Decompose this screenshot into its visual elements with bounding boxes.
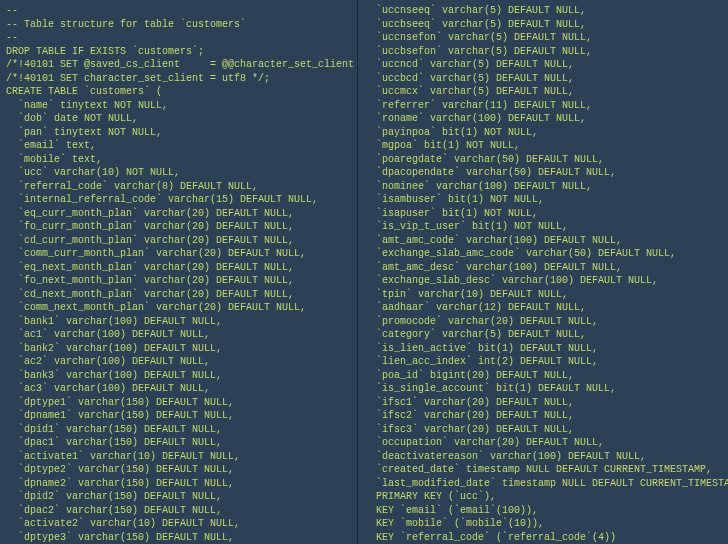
code-line: `fo_next_month_plan` varchar(20) DEFAULT… [6,274,351,288]
code-line: `exchange_slab_desc` varchar(100) DEFAUL… [364,274,722,288]
code-line: `uccncd` varchar(5) DEFAULT NULL, [364,58,722,72]
code-line: `dob` date NOT NULL, [6,112,351,126]
code-line: `dpname2` varchar(150) DEFAULT NULL, [6,477,351,491]
code-line: `is_single_account` bit(1) DEFAULT NULL, [364,382,722,396]
code-line: `email` text, [6,139,351,153]
code-line: `poa_id` bigint(20) DEFAULT NULL, [364,369,722,383]
code-line: `occupation` varchar(20) DEFAULT NULL, [364,436,722,450]
code-column-right[interactable]: `uccnseeq` varchar(5) DEFAULT NULL, `ucc… [358,0,728,544]
code-line: `dpac2` varchar(150) DEFAULT NULL, [6,504,351,518]
code-line: `comm_curr_month_plan` varchar(20) DEFAU… [6,247,351,261]
code-line: `nominee` varchar(100) DEFAULT NULL, [364,180,722,194]
code-line: `tpin` varchar(10) DEFAULT NULL, [364,288,722,302]
code-line: `amt_amc_code` varchar(100) DEFAULT NULL… [364,234,722,248]
code-line: `category` varchar(5) DEFAULT NULL, [364,328,722,342]
code-column-left[interactable]: ---- Table structure for table `customer… [0,0,358,544]
code-line: -- [6,4,351,18]
code-line: `dptype2` varchar(150) DEFAULT NULL, [6,463,351,477]
code-line: `deactivatereason` varchar(100) DEFAULT … [364,450,722,464]
code-line: KEY `referral_code` (`referral_code`(4)) [364,531,722,545]
code-line: `activate1` varchar(10) DEFAULT NULL, [6,450,351,464]
code-line: `eq_next_month_plan` varchar(20) DEFAULT… [6,261,351,275]
code-line: `uccnseeq` varchar(5) DEFAULT NULL, [364,4,722,18]
code-line: `name` tinytext NOT NULL, [6,99,351,113]
code-line: `uccbsefon` varchar(5) DEFAULT NULL, [364,45,722,59]
code-line: `referral_code` varchar(8) DEFAULT NULL, [6,180,351,194]
code-line: `ifsc1` varchar(20) DEFAULT NULL, [364,396,722,410]
code-line: `dpacopendate` varchar(50) DEFAULT NULL, [364,166,722,180]
code-line: `isambuser` bit(1) NOT NULL, [364,193,722,207]
code-line: `uccnsefon` varchar(5) DEFAULT NULL, [364,31,722,45]
code-line: `aadhaar` varchar(12) DEFAULT NULL, [364,301,722,315]
code-line: `dptype1` varchar(150) DEFAULT NULL, [6,396,351,410]
code-line: KEY `mobile` (`mobile`(10)), [364,517,722,531]
code-line: `isapuser` bit(1) NOT NULL, [364,207,722,221]
code-line: PRIMARY KEY (`ucc`), [364,490,722,504]
code-line: -- Table structure for table `customers` [6,18,351,32]
code-line: `dpac1` varchar(150) DEFAULT NULL, [6,436,351,450]
code-line: `bank1` varchar(100) DEFAULT NULL, [6,315,351,329]
code-line: `ac3` varchar(100) DEFAULT NULL, [6,382,351,396]
code-line: DROP TABLE IF EXISTS `customers`; [6,45,351,59]
code-line: `cd_next_month_plan` varchar(20) DEFAULT… [6,288,351,302]
code-line: `created_date` timestamp NULL DEFAULT CU… [364,463,722,477]
code-line: `payinpoa` bit(1) NOT NULL, [364,126,722,140]
code-line: `lien_acc_index` int(2) DEFAULT NULL, [364,355,722,369]
code-line: `dpid2` varchar(150) DEFAULT NULL, [6,490,351,504]
code-line: `uccbcd` varchar(5) DEFAULT NULL, [364,72,722,86]
code-line: `fo_curr_month_plan` varchar(20) DEFAULT… [6,220,351,234]
code-line: `mgpoa` bit(1) NOT NULL, [364,139,722,153]
code-line: `dptype3` varchar(150) DEFAULT NULL, [6,531,351,545]
code-line: `ucc` varchar(10) NOT NULL, [6,166,351,180]
code-line: `pan` tinytext NOT NULL, [6,126,351,140]
code-line: `uccbseeq` varchar(5) DEFAULT NULL, [364,18,722,32]
code-line: `internal_referral_code` varchar(15) DEF… [6,193,351,207]
code-line: `roname` varchar(100) DEFAULT NULL, [364,112,722,126]
code-line: `referrer` varchar(11) DEFAULT NULL, [364,99,722,113]
code-line: `mobile` text, [6,153,351,167]
code-line: `eq_curr_month_plan` varchar(20) DEFAULT… [6,207,351,221]
code-line: `is_vip_t_user` bit(1) NOT NULL, [364,220,722,234]
code-line: `promocode` varchar(20) DEFAULT NULL, [364,315,722,329]
code-line: `cd_curr_month_plan` varchar(20) DEFAULT… [6,234,351,248]
code-line: `comm_next_month_plan` varchar(20) DEFAU… [6,301,351,315]
code-line: `exchange_slab_amc_code` varchar(50) DEF… [364,247,722,261]
code-line: `ifsc3` varchar(20) DEFAULT NULL, [364,423,722,437]
code-line: `poaregdate` varchar(50) DEFAULT NULL, [364,153,722,167]
code-line: `dpname1` varchar(150) DEFAULT NULL, [6,409,351,423]
code-line: KEY `email` (`email`(100)), [364,504,722,518]
code-line: `ac1` varchar(100) DEFAULT NULL, [6,328,351,342]
code-line: `amt_amc_desc` varchar(100) DEFAULT NULL… [364,261,722,275]
code-line: `uccmcx` varchar(5) DEFAULT NULL, [364,85,722,99]
code-line: `ifsc2` varchar(20) DEFAULT NULL, [364,409,722,423]
code-line: CREATE TABLE `customers` ( [6,85,351,99]
code-line: /*!40101 SET character_set_client = utf8… [6,72,351,86]
code-line: `dpid1` varchar(150) DEFAULT NULL, [6,423,351,437]
code-line: `ac2` varchar(100) DEFAULT NULL, [6,355,351,369]
code-line: -- [6,31,351,45]
code-line: `bank3` varchar(100) DEFAULT NULL, [6,369,351,383]
code-line: `last_modified_date` timestamp NULL DEFA… [364,477,722,491]
code-line: `is_lien_active` bit(1) DEFAULT NULL, [364,342,722,356]
code-line: `activate2` varchar(10) DEFAULT NULL, [6,517,351,531]
code-line: `bank2` varchar(100) DEFAULT NULL, [6,342,351,356]
code-line: /*!40101 SET @saved_cs_client = @@charac… [6,58,351,72]
